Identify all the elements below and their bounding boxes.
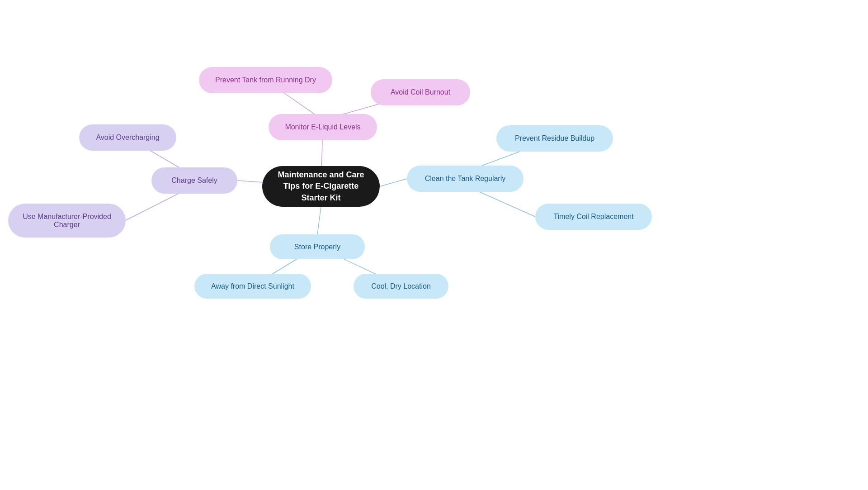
monitor-eliquid-node: Monitor E-Liquid Levels (269, 114, 377, 140)
cool-dry-node: Cool, Dry Location (354, 274, 448, 299)
store-properly-node: Store Properly (270, 234, 365, 259)
away-sunlight-node: Away from Direct Sunlight (194, 274, 311, 299)
clean-tank-node: Clean the Tank Regularly (407, 166, 524, 192)
svg-line-6 (380, 179, 407, 186)
avoid-overcharging-node: Avoid Overcharging (79, 124, 176, 151)
coil-burnout-node: Avoid Coil Burnout (371, 79, 470, 105)
charge-safely-node: Charge Safely (151, 167, 237, 194)
svg-line-9 (317, 207, 321, 234)
manufacturer-charger-node: Use Manufacturer-Provided Charger (8, 204, 126, 238)
prevent-dry-node: Prevent Tank from Running Dry (199, 67, 332, 93)
center-node: Maintenance and Care Tips for E-Cigarett… (262, 166, 380, 207)
timely-coil-node: Timely Coil Replacement (535, 204, 652, 230)
prevent-residue-node: Prevent Residue Buildup (496, 125, 613, 152)
